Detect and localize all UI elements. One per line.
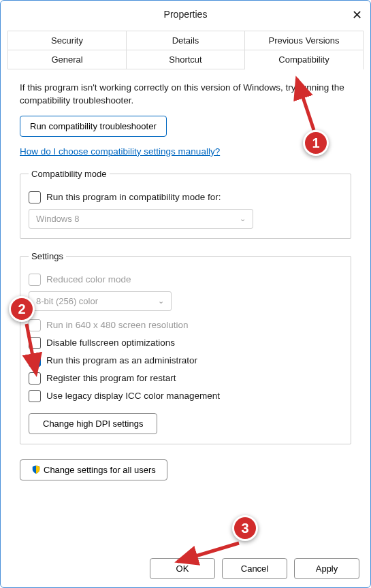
tab-previous-versions[interactable]: Previous Versions <box>245 31 363 50</box>
select-color-depth-value: 8-bit (256) color <box>36 296 98 306</box>
checkbox-run-as-admin[interactable] <box>29 355 41 367</box>
tab-security[interactable]: Security <box>8 31 127 50</box>
checkbox-run-640 <box>29 319 41 331</box>
checkbox-reduced-color <box>29 274 41 286</box>
checkbox-legacy-icc-label: Use legacy display ICC color management <box>46 391 220 401</box>
shield-icon <box>31 465 41 474</box>
select-compat-os-value: Windows 8 <box>36 214 80 224</box>
checkbox-run-as-admin-label: Run this program as an administrator <box>46 355 197 365</box>
checkbox-reduced-color-label: Reduced color mode <box>46 274 131 284</box>
cancel-button[interactable]: Cancel <box>222 558 287 579</box>
checkbox-compat-mode[interactable] <box>29 191 41 203</box>
chevron-down-icon: ⌄ <box>158 297 164 306</box>
tab-details[interactable]: Details <box>127 31 245 50</box>
help-link[interactable]: How do I choose compatibility settings m… <box>20 146 220 157</box>
tab-general[interactable]: General <box>8 50 127 69</box>
group-settings: Settings Reduced color mode 8-bit (256) … <box>20 251 351 444</box>
tab-strip: Security Details Previous Versions Gener… <box>7 31 364 69</box>
window-title: Properties <box>164 9 208 20</box>
checkbox-register-restart[interactable] <box>29 372 41 385</box>
chevron-down-icon: ⌄ <box>240 214 246 223</box>
tab-shortcut[interactable]: Shortcut <box>127 50 245 69</box>
select-color-depth: 8-bit (256) color ⌄ <box>29 291 172 311</box>
checkbox-compat-mode-label: Run this program in compatibility mode f… <box>46 192 221 202</box>
run-troubleshooter-button[interactable]: Run compatibility troubleshooter <box>20 116 167 137</box>
close-icon[interactable]: ✕ <box>352 7 362 22</box>
apply-button[interactable]: Apply <box>294 558 359 579</box>
checkbox-disable-fullscreen-label: Disable fullscreen optimizations <box>46 338 175 348</box>
change-dpi-button[interactable]: Change high DPI settings <box>29 413 157 434</box>
checkbox-run-640-label: Run in 640 x 480 screen resolution <box>46 320 189 330</box>
dialog-footer: OK Cancel Apply <box>150 558 359 579</box>
tab-compatibility[interactable]: Compatibility <box>245 50 363 69</box>
group-settings-legend: Settings <box>29 251 66 261</box>
titlebar: Properties ✕ <box>1 1 370 28</box>
checkbox-register-restart-label: Register this program for restart <box>46 373 176 383</box>
annotation-badge-2: 2 <box>9 296 35 322</box>
ok-button[interactable]: OK <box>150 558 215 579</box>
group-compat-legend: Compatibility mode <box>29 169 110 179</box>
annotation-badge-1: 1 <box>303 130 329 156</box>
group-compatibility-mode: Compatibility mode Run this program in c… <box>20 169 351 239</box>
change-all-users-label: Change settings for all users <box>44 465 156 475</box>
annotation-badge-3: 3 <box>232 515 258 541</box>
select-compat-os[interactable]: Windows 8 ⌄ <box>29 209 253 229</box>
checkbox-legacy-icc[interactable] <box>29 390 41 402</box>
checkbox-disable-fullscreen[interactable] <box>29 337 41 349</box>
intro-text: If this program isn't working correctly … <box>20 82 351 108</box>
change-all-users-button[interactable]: Change settings for all users <box>20 459 167 480</box>
